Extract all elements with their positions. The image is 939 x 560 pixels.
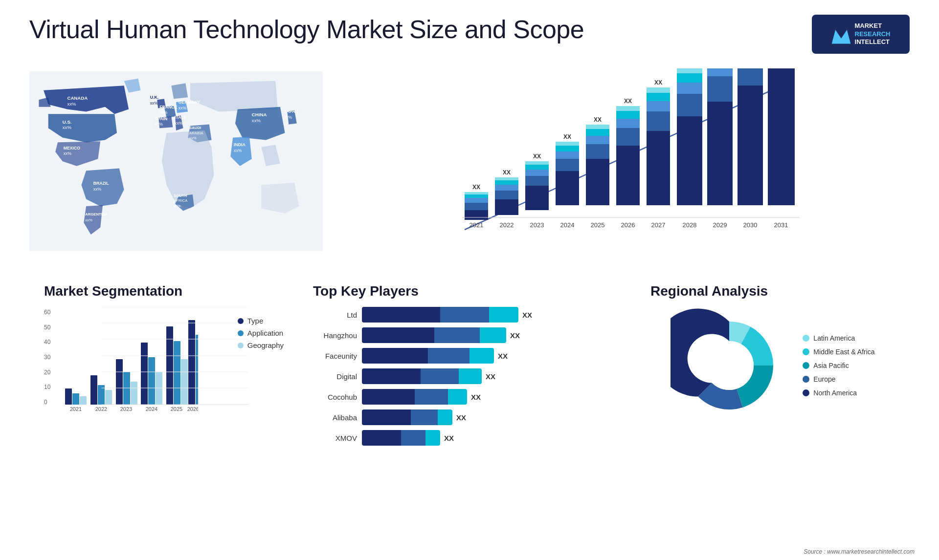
svg-text:ARGENTINA: ARGENTINA: [85, 212, 108, 216]
mea-label: Middle East & Africa: [813, 348, 874, 356]
svg-text:xx%: xx%: [252, 118, 261, 123]
players-chart: Ltd XX Hangzhou: [313, 307, 626, 446]
asia-label: Asia Pacific: [813, 362, 849, 369]
svg-text:2030: 2030: [743, 221, 758, 229]
svg-text:2023: 2023: [120, 406, 132, 412]
bar-2025: XX 2025: [586, 116, 609, 229]
player-alibaba-name: Alibaba: [313, 413, 357, 422]
svg-rect-46: [495, 185, 518, 191]
svg-text:ARABIA: ARABIA: [189, 131, 203, 135]
svg-text:U.K.: U.K.: [150, 95, 158, 100]
player-faceunity-bar: XX: [362, 348, 626, 364]
player-alibaba: Alibaba XX: [313, 409, 626, 425]
svg-rect-61: [556, 146, 579, 151]
regional-legend: Latin America Middle East & Africa Asia …: [803, 334, 874, 397]
europe-label: Europe: [813, 375, 835, 383]
svg-rect-62: [556, 142, 579, 146]
svg-text:2031: 2031: [774, 221, 788, 229]
svg-rect-55: [525, 161, 549, 165]
regional-title: Regional Analysis: [650, 283, 895, 299]
bar-2027: XX 2027: [647, 79, 670, 229]
svg-rect-39: [465, 198, 488, 203]
svg-text:xx%: xx%: [174, 204, 181, 208]
logo-area: MARKET RESEARCH INTELLECT: [812, 15, 910, 54]
svg-text:INDIA: INDIA: [234, 142, 246, 147]
svg-text:2021: 2021: [70, 406, 82, 412]
europe-dot: [803, 376, 809, 383]
players-title: Top Key Players: [313, 283, 626, 299]
svg-rect-74: [616, 119, 640, 128]
svg-rect-79: [647, 131, 670, 205]
svg-text:XX: XX: [624, 98, 632, 105]
logo-icon: [831, 24, 851, 44]
svg-rect-48: [495, 177, 518, 180]
bar-chart-section: XX 2021 XX 2022: [333, 64, 919, 269]
svg-text:SAUDI: SAUDI: [189, 126, 201, 130]
svg-rect-45: [495, 191, 518, 199]
svg-text:xx%: xx%: [159, 110, 168, 115]
page-title: Virtual Human Technology Market Size and…: [29, 15, 584, 44]
players-section: Top Key Players Ltd XX Hangzhou: [303, 279, 636, 455]
svg-rect-82: [647, 93, 670, 101]
svg-rect-47: [495, 180, 518, 185]
player-cocohub-name: Cocohub: [313, 393, 357, 401]
header: Virtual Human Technology Market Size and…: [0, 0, 939, 64]
svg-rect-40: [465, 194, 488, 198]
asia-dot: [803, 362, 809, 369]
svg-rect-87: [677, 94, 702, 116]
svg-text:xx%: xx%: [85, 218, 92, 222]
player-xmov-bar: XX: [362, 430, 626, 446]
svg-text:XX: XX: [594, 116, 602, 123]
svg-text:AFRICA: AFRICA: [174, 198, 188, 203]
player-digital: Digital XX: [313, 368, 626, 384]
svg-text:SOUTH: SOUTH: [174, 194, 187, 198]
svg-text:U.S.: U.S.: [63, 119, 72, 125]
svg-rect-53: [525, 170, 549, 176]
latin-dot: [803, 335, 809, 342]
seg-y0: 0: [44, 399, 56, 406]
svg-text:xx%: xx%: [284, 115, 292, 120]
svg-rect-65: [586, 159, 609, 205]
svg-rect-90: [677, 68, 702, 73]
svg-text:xx%: xx%: [179, 106, 187, 110]
svg-text:xx%: xx%: [155, 122, 163, 127]
svg-rect-54: [525, 165, 549, 170]
player-ltd-val: XX: [522, 311, 532, 319]
svg-rect-58: [556, 171, 579, 205]
player-faceunity-name: Faceunity: [313, 352, 357, 360]
svg-rect-93: [707, 102, 733, 205]
bar-chart-wrapper: XX 2021 XX 2022: [352, 68, 900, 254]
svg-text:xx%: xx%: [93, 187, 102, 192]
player-alibaba-val: XX: [456, 413, 466, 422]
legend-geography: Geography: [238, 341, 284, 349]
svg-text:2024: 2024: [146, 406, 157, 412]
reg-legend-north-america: North America: [803, 389, 874, 397]
svg-text:XX: XX: [472, 184, 480, 191]
latin-label: Latin America: [813, 334, 855, 342]
bar-2026: XX 2026: [616, 98, 640, 229]
seg-y4: 40: [44, 339, 56, 345]
bar-2031: XX 2031: [768, 68, 795, 229]
player-ltd: Ltd XX: [313, 307, 626, 323]
player-cocohub: Cocohub XX: [313, 389, 626, 405]
donut-hole: [705, 341, 754, 390]
svg-text:xx%: xx%: [67, 101, 76, 107]
bar-2028: XX 2028: [677, 68, 702, 229]
seg-y2: 20: [44, 369, 56, 376]
player-digital-bar: XX: [362, 368, 626, 384]
svg-text:2025: 2025: [591, 221, 605, 229]
bar-2024: XX 2024: [556, 133, 579, 229]
svg-rect-67: [586, 136, 609, 144]
player-cocohub-bar: XX: [362, 389, 626, 405]
svg-text:2027: 2027: [651, 221, 666, 229]
svg-rect-41: [465, 192, 488, 194]
svg-text:CHINA: CHINA: [252, 112, 267, 117]
svg-rect-60: [556, 151, 579, 159]
svg-rect-37: [465, 210, 488, 220]
svg-text:xx%: xx%: [175, 121, 183, 126]
svg-rect-101: [738, 68, 763, 86]
svg-text:GERMANY: GERMANY: [179, 100, 201, 105]
svg-text:2029: 2029: [713, 221, 727, 229]
svg-text:xx%: xx%: [63, 125, 72, 130]
segmentation-title: Market Segmentation: [44, 283, 289, 299]
